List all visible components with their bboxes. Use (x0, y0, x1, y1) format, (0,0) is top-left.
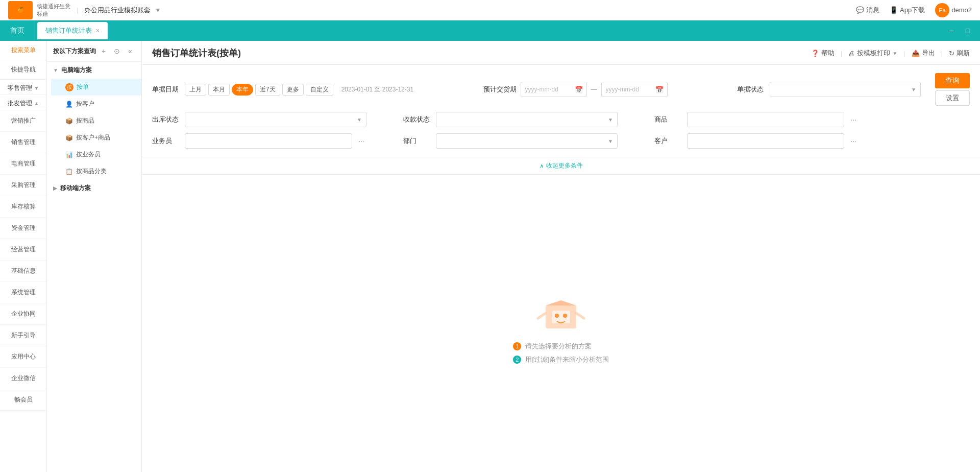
sidebar-item-appcenter[interactable]: 应用中心 (0, 346, 46, 368)
sidebar-item-member-label: 畅会员 (14, 395, 33, 404)
sidebar-item-enterprise[interactable]: 企业协同 (0, 303, 46, 325)
user-avatar-text: Ea (939, 7, 946, 13)
svg-line-4 (538, 313, 546, 318)
query-settings-btns: 查询 设置 (935, 73, 970, 106)
customer-more-btn[interactable]: ··· (848, 137, 859, 145)
app-download-icon: 📱 (890, 6, 898, 14)
date-btn-custom[interactable]: 自定义 (306, 84, 333, 96)
goods-more-btn[interactable]: ··· (848, 115, 859, 124)
tab-maximize-btn[interactable]: □ (962, 25, 974, 37)
message-btn[interactable]: 💬 消息 (856, 6, 879, 15)
tree-item-by-customer[interactable]: 👤 按客户 (51, 96, 141, 112)
filter-row-1: 单据日期 上月 本月 本年 近7天 更多 自定义 2023-01-01 至 20… (152, 73, 970, 106)
date-btn-this-year[interactable]: 本年 (232, 84, 253, 96)
edit-scheme-btn[interactable]: ⊙ (112, 46, 122, 56)
message-icon: 💬 (856, 6, 864, 14)
payment-status-select[interactable]: ▼ (436, 112, 618, 127)
sidebar-item-member[interactable]: 畅会员 (0, 389, 46, 411)
left-panel: 按以下方案查询 + ⊙ « ▼ 电脑端方案 按 按单 👤 按客户 (47, 41, 142, 472)
bill-status-select[interactable]: ▼ (770, 82, 921, 97)
tree-pc-section[interactable]: ▼ 电脑端方案 (47, 62, 141, 79)
sidebar: 搜索菜单 快捷导航 零售管理 ▼ 批发管理 ▲ 营销推广 销售管理 电商管理 采… (0, 41, 47, 472)
template-print-label: 按模板打印 (857, 49, 890, 58)
calendar-end-icon: 📅 (655, 86, 664, 93)
tree-item-by-customer-goods[interactable]: 📦 按客户+商品 (51, 129, 141, 146)
tree-item-by-salesperson[interactable]: 📊 按业务员 (51, 146, 141, 163)
sidebar-item-finance[interactable]: 资金管理 (0, 218, 46, 239)
sidebar-item-newbie-label: 新手引导 (11, 331, 36, 340)
sidebar-item-inventory[interactable]: 库存核算 (0, 196, 46, 218)
bill-status-group: 单据状态 ▼ (737, 82, 921, 97)
sidebar-item-wholesale[interactable]: 批发管理 ▲ (0, 95, 46, 110)
sidebar-search[interactable]: 搜索菜单 (0, 41, 46, 60)
sidebar-item-system[interactable]: 系统管理 (0, 282, 46, 303)
app-title: 办公用品行业模拟账套 (84, 6, 151, 15)
export-btn[interactable]: 📤 导出 (912, 49, 935, 58)
template-print-btn[interactable]: 🖨 按模板打印 ▼ (848, 49, 897, 58)
sidebar-item-retail[interactable]: 零售管理 ▼ (0, 80, 46, 95)
divider2: | (903, 50, 905, 57)
collapse-btn[interactable]: ∧ 收起更多条件 (540, 161, 583, 170)
date-separator: — (591, 86, 597, 93)
date-btn-this-month[interactable]: 本月 (208, 84, 230, 96)
tree-item-by-salesperson-label: 按业务员 (76, 150, 101, 159)
tree-item-by-category[interactable]: 📋 按商品分类 (51, 163, 141, 180)
tree-item-by-customer-goods-label: 按客户+商品 (76, 133, 110, 142)
sidebar-item-basicinfo[interactable]: 基础信息 (0, 261, 46, 282)
sidebar-item-sales[interactable]: 销售管理 (0, 132, 46, 153)
query-btn[interactable]: 查询 (935, 73, 970, 88)
tab-home[interactable]: 首页 (0, 20, 35, 41)
app-download-btn[interactable]: 📱 App下载 (890, 6, 925, 15)
date-btn-more[interactable]: 更多 (282, 84, 304, 96)
sidebar-item-purchase[interactable]: 采购管理 (0, 175, 46, 196)
sidebar-item-basicinfo-label: 基础信息 (11, 267, 36, 275)
payment-status-arrow: ▼ (608, 117, 613, 123)
message-label: 消息 (866, 6, 879, 15)
tab-close-icon[interactable]: × (96, 27, 100, 34)
salesperson-input[interactable] (185, 133, 352, 149)
sidebar-retail-arrow: ▼ (34, 85, 39, 91)
delivery-status-select[interactable]: ▼ (185, 112, 366, 127)
sidebar-item-newbie[interactable]: 新手引导 (0, 325, 46, 346)
sidebar-item-ecommerce[interactable]: 电商管理 (0, 153, 46, 175)
app-dropdown-arrow[interactable]: ▼ (155, 7, 161, 14)
salesperson-more-btn[interactable]: ··· (356, 137, 366, 145)
sidebar-item-ecommerce-label: 电商管理 (11, 159, 36, 168)
sidebar-item-wxenterprise[interactable]: 企业微信 (0, 368, 46, 389)
collapse-panel-btn[interactable]: « (125, 46, 135, 56)
tree-item-by-goods[interactable]: 📦 按商品 (51, 112, 141, 129)
sidebar-item-operations[interactable]: 经营管理 (0, 239, 46, 261)
settings-btn[interactable]: 设置 (935, 90, 970, 106)
content-area: 按以下方案查询 + ⊙ « ▼ 电脑端方案 按 按单 👤 按客户 (47, 41, 980, 472)
tree-item-by-customer-icon: 👤 (65, 101, 73, 108)
tree-item-by-order[interactable]: 按 按单 (51, 79, 141, 96)
calendar-start-icon: 📅 (575, 86, 583, 93)
expected-date-end-wrap: 📅 (601, 82, 668, 97)
tab-sales-order[interactable]: 销售订单统计表 × (37, 22, 108, 39)
sidebar-wholesale-arrow: ▲ (34, 101, 39, 106)
expected-date-group: 预计交货期 📅 — 📅 (483, 82, 668, 97)
sidebar-nav[interactable]: 快捷导航 (0, 60, 46, 80)
department-select[interactable]: ▼ (436, 133, 618, 149)
goods-input[interactable] (687, 112, 844, 127)
payment-status-group: 收款状态 ▼ (403, 112, 618, 127)
tab-minimize-btn[interactable]: ─ (945, 25, 958, 37)
tree-item-by-order-icon: 按 (65, 83, 74, 91)
collapse-icon: ∧ (540, 162, 544, 170)
add-scheme-btn[interactable]: + (99, 46, 109, 56)
user-profile[interactable]: Ea demo2 (935, 3, 972, 17)
logo: 🍊 (8, 1, 33, 19)
filter-row-3: 业务员 ··· 部门 ▼ (152, 133, 970, 149)
date-btn-7days[interactable]: 近7天 (255, 84, 280, 96)
tree-mobile-section[interactable]: ▶ 移动端方案 (47, 180, 141, 197)
sidebar-item-sales-label: 销售管理 (11, 138, 36, 147)
tab-home-label: 首页 (10, 26, 24, 35)
page-title: 销售订单统计表(按单) (152, 47, 241, 59)
main-layout: 搜索菜单 快捷导航 零售管理 ▼ 批发管理 ▲ 营销推广 销售管理 电商管理 采… (0, 41, 980, 472)
help-btn[interactable]: ❓ 帮助 (811, 49, 835, 58)
refresh-btn[interactable]: ↻ 刷新 (949, 49, 970, 58)
date-btn-last-month[interactable]: 上月 (185, 84, 206, 96)
customer-input[interactable] (687, 133, 844, 149)
sidebar-item-finance-label: 资金管理 (11, 224, 36, 232)
sidebar-item-marketing[interactable]: 营销推广 (0, 110, 46, 132)
